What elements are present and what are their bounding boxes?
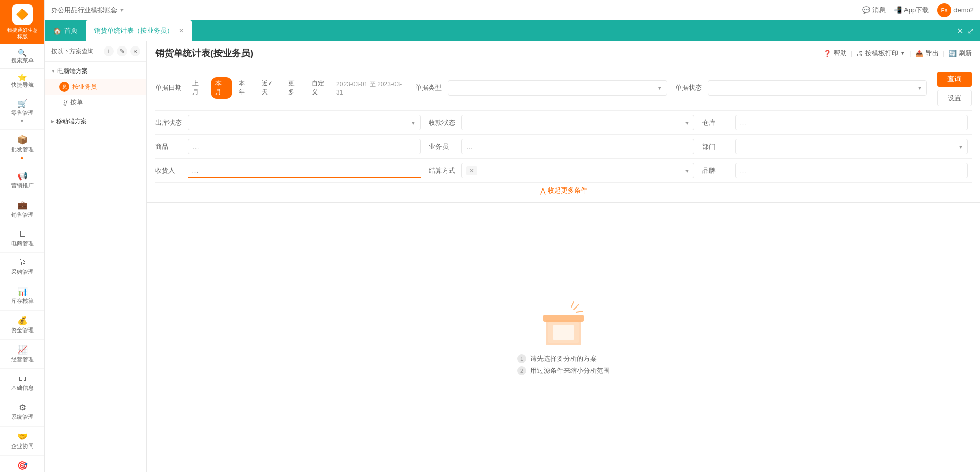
filter-docstatus-col: 单据状态 ▼ — [671, 80, 931, 96]
app-download-btn[interactable]: 📲 App下载 — [894, 6, 929, 15]
app-name: 畅捷通好生意 — [7, 27, 38, 33]
date-btn-current-year[interactable]: 本年 — [234, 77, 255, 99]
empty-step-1: 1 请先选择要分析的方案 — [517, 354, 610, 363]
retail-icon: 🛒 — [2, 99, 42, 108]
collapse-panel-btn[interactable]: « — [130, 46, 140, 56]
logo-icon: 🔶 — [12, 4, 33, 25]
breadcrumb-text: 办公用品行业模拟账套 — [51, 6, 117, 15]
salesperson-control[interactable]: … — [461, 139, 694, 154]
empty-step-1-label: 请先选择要分析的方案 — [530, 354, 597, 363]
filter-recipient-col: 收货人 … — [155, 163, 425, 178]
query-col: 查询 设置 — [931, 72, 972, 106]
refresh-icon: 🔄 — [948, 50, 957, 57]
sidebar-item-ecommerce[interactable]: 🖥 电商管理 — [0, 224, 44, 253]
sidebar-search[interactable]: 🔍 搜索菜单 — [0, 44, 44, 69]
collapse-more-icon: ⋀ — [540, 187, 546, 195]
department-control[interactable]: ▼ — [735, 139, 968, 154]
docstatus-caret: ▼ — [917, 85, 922, 91]
receiptstatus-label: 收款状态 — [429, 118, 457, 127]
sidebar-item-marketing[interactable]: 📢 营销推广 — [0, 166, 44, 195]
outstatus-label: 出库状态 — [155, 118, 184, 127]
sidebar-item-retail[interactable]: 🛒 零售管理 ▼ — [0, 93, 44, 130]
breadcrumb-dropdown[interactable]: 办公用品行业模拟账套 ▼ — [51, 6, 125, 15]
desktop-scheme-group: ▼ 电脑端方案 员 按业务员 𝑖𝑓 按单 — [45, 62, 146, 112]
tab-close-btn[interactable]: ✕ — [957, 26, 963, 36]
page-title: 销货单统计表(按业务员) — [155, 47, 253, 59]
wholesale-icon: 📦 — [2, 135, 42, 145]
print-btn[interactable]: 🖨 按模板打印 ▼ — [856, 49, 905, 58]
sidebar-item-sales[interactable]: 💼 销售管理 — [0, 195, 44, 224]
docstatus-control[interactable]: ▼ — [708, 80, 927, 96]
tab-close-icon[interactable]: ✕ — [179, 27, 184, 34]
export-btn[interactable]: 📤 导出 — [915, 49, 939, 58]
help-btn[interactable]: ❓ 帮助 — [823, 49, 847, 58]
svg-line-5 — [576, 311, 583, 312]
sidebar-item-system[interactable]: ⚙ 系统管理 — [0, 397, 44, 427]
desktop-group-header[interactable]: ▼ 电脑端方案 — [45, 64, 146, 79]
message-btn[interactable]: 💬 消息 — [862, 6, 886, 15]
doctype-control[interactable]: ▼ — [448, 80, 667, 96]
warehouse-control[interactable]: … — [735, 115, 968, 130]
edit-scheme-btn[interactable]: ✎ — [117, 46, 127, 56]
outstatus-control[interactable]: ▼ — [188, 115, 421, 130]
salesperson-scheme-icon: 员 — [59, 82, 69, 92]
receiptstatus-caret: ▼ — [684, 120, 690, 126]
date-btn-more[interactable]: 更多 — [284, 77, 305, 99]
outstatus-caret: ▼ — [411, 120, 416, 126]
user-profile[interactable]: Ea demo2 — [937, 3, 974, 17]
sidebar-item-enterprise[interactable]: 🤝 企业协同 — [0, 427, 44, 456]
date-btn-7days[interactable]: 近7天 — [257, 77, 282, 99]
payment-control[interactable]: ✕ ▼ — [461, 163, 694, 178]
collapse-more-btn[interactable]: ⋀ 收起更多条件 — [155, 182, 972, 198]
sidebar-item-wholesale[interactable]: 📦 批发管理 ▲ — [0, 130, 44, 166]
svg-line-6 — [571, 302, 574, 307]
sidebar-quick-nav[interactable]: ⭐ 快捷导航 — [0, 69, 44, 93]
sidebar-logo[interactable]: 🔶 畅捷通好生意 标版 — [0, 0, 44, 44]
svg-rect-1 — [543, 315, 584, 322]
empty-steps: 1 请先选择要分析的方案 2 用过滤条件来缩小分析范围 — [517, 354, 610, 379]
doctype-label: 单据类型 — [415, 83, 444, 92]
topbar: 办公用品行业模拟账套 ▼ 💬 消息 📲 App下载 Ea demo2 — [45, 0, 980, 20]
empty-state: 1 请先选择要分析的方案 2 用过滤条件来缩小分析范围 — [147, 203, 980, 472]
receiptstatus-control[interactable]: ▼ — [461, 115, 694, 130]
payment-tag-close[interactable]: ✕ — [469, 167, 474, 174]
left-panel-header: 按以下方案查询 + ✎ « — [45, 41, 146, 62]
tabbar: 🏠 首页 销货单统计表（按业务员） ✕ ✕ ⤢ — [45, 20, 980, 41]
payment-label: 结算方式 — [429, 166, 457, 175]
mobile-group-header[interactable]: ▶ 移动端方案 — [45, 114, 146, 129]
page-header: 销货单统计表(按业务员) ❓ 帮助 | 🖨 按模板打印 ▼ | — [147, 41, 980, 203]
goods-control[interactable]: … — [188, 139, 421, 154]
warehouse-label: 仓库 — [702, 118, 731, 127]
query-btn[interactable]: 查询 — [937, 72, 972, 87]
sidebar-item-inventory[interactable]: 📊 库存核算 — [0, 281, 44, 311]
sidebar-item-purchase[interactable]: 🛍 采购管理 — [0, 253, 44, 281]
tab-home[interactable]: 🏠 首页 — [45, 20, 86, 41]
scheme-sub-item-order[interactable]: 𝑖𝑓 按单 — [45, 95, 146, 110]
quick-nav-label: 快捷导航 — [3, 81, 41, 89]
mobile-group-label: 移动端方案 — [56, 117, 87, 126]
filter-row-2: 出库状态 ▼ 收款状态 ▼ 仓库 — [155, 111, 972, 135]
tab-sales-report[interactable]: 销货单统计表（按业务员） ✕ — [86, 20, 192, 41]
export-label: 导出 — [925, 49, 939, 58]
payment-tag: ✕ — [466, 166, 477, 175]
scheme-item-salesperson[interactable]: 员 按业务员 — [45, 79, 146, 95]
avatar: Ea — [937, 3, 951, 17]
sidebar-item-finance[interactable]: 💰 资金管理 — [0, 311, 44, 340]
date-btn-current-month[interactable]: 本月 — [211, 77, 232, 99]
refresh-btn[interactable]: 🔄 刷新 — [948, 49, 972, 58]
tab-expand-btn[interactable]: ⤢ — [967, 26, 974, 36]
date-btn-custom[interactable]: 自定义 — [307, 77, 334, 99]
message-label: 消息 — [872, 6, 886, 15]
sidebar-item-basics[interactable]: 🗂 基础信息 — [0, 369, 44, 397]
date-btn-last-month[interactable]: 上月 — [188, 77, 209, 99]
sidebar-item-newbie[interactable]: 🎯 新手引导 — [0, 456, 44, 472]
marketing-icon: 📢 — [2, 171, 42, 181]
filter-department-col: 部门 ▼ — [698, 139, 972, 154]
brand-control[interactable]: … — [735, 163, 968, 178]
empty-step-2-label: 用过滤条件来缩小分析范围 — [530, 366, 610, 375]
sidebar-item-operations[interactable]: 📈 经营管理 — [0, 340, 44, 369]
date-range: 2023-03-01 至 2023-03-31 — [336, 80, 407, 96]
add-scheme-btn[interactable]: + — [104, 46, 114, 56]
settings-btn[interactable]: 设置 — [937, 90, 972, 106]
recipient-control[interactable]: … — [188, 163, 421, 178]
